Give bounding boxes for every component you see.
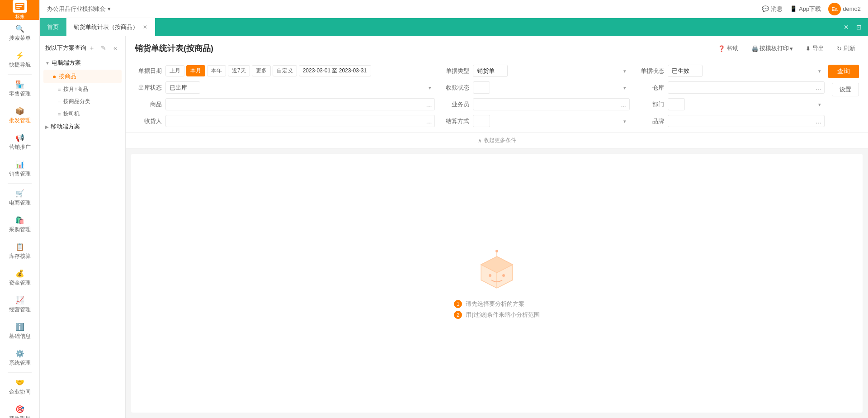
user-menu[interactable]: Ea demo2 [828, 3, 861, 15]
app-name: 标账 [15, 14, 24, 20]
scheme-item-by-cashier[interactable]: ≡ 按司机 [43, 108, 122, 120]
divider [8, 74, 31, 75]
left-panel-header: 按以下方案查询 + ✎ « [40, 40, 125, 56]
query-button[interactable]: 查询 [828, 65, 859, 78]
main-area: 办公用品行业模拟账套 ▾ 💬 消息 📱 App下载 Ea demo2 首页 销货… [40, 0, 868, 418]
tab-restore-btn[interactable]: ✕ [841, 22, 852, 33]
pc-scheme-group: ▼ 电脑端方案 ● 按商品 ≡ 按月+商品 ≡ 按商品分类 ≡ 按司机 [40, 56, 125, 120]
industry-selector[interactable]: 办公用品行业模拟账套 ▾ [47, 5, 111, 13]
mobile-scheme-header[interactable]: ▶ 移动端方案 [43, 120, 122, 133]
recipient-label: 收货人 [135, 117, 162, 125]
collapse-panel-btn[interactable]: « [111, 43, 120, 52]
collect-status-select-wrapper [473, 81, 630, 94]
filter-payment: 结算方式 [442, 115, 630, 127]
divider [8, 183, 31, 184]
svg-point-10 [495, 250, 498, 252]
page-content: 按以下方案查询 + ✎ « ▼ 电脑端方案 ● 按商品 ≡ 按月 [40, 36, 868, 418]
sidebar-item-newguide[interactable]: 🎯 新手引导 [0, 400, 39, 418]
right-panel: 销货单统计表(按商品) ❓ 帮助 🖨️ 按模板打印 ▾ ⬇ 导出 [126, 36, 868, 418]
sidebar-item-basic[interactable]: ℹ️ 基础信息 [0, 318, 39, 345]
export-icon: ⬇ [806, 45, 811, 52]
date-label: 单据日期 [135, 67, 162, 75]
sidebar-nav: 🔍 搜索菜单 ⚡ 快捷导航 🏪 零售管理 📦 批发管理 📢 营销推广 📊 销售管… [0, 20, 39, 418]
sidebar-item-operations[interactable]: 📈 经营管理 [0, 291, 39, 318]
app-logo[interactable]: 标账 [0, 0, 40, 20]
doc-status-select[interactable]: 已生效 [668, 65, 703, 77]
collect-status-select[interactable] [473, 81, 490, 94]
filter-doc-type: 单据类型 销货单 [442, 65, 630, 77]
date-btn-7days[interactable]: 近7天 [228, 65, 250, 76]
warehouse-input[interactable] [668, 81, 825, 94]
filter-row-4: 收货人 … 结算方式 [135, 115, 825, 127]
scheme-icon: ≡ [58, 111, 61, 117]
system-icon: ⚙️ [15, 349, 24, 358]
export-btn[interactable]: ⬇ 导出 [802, 43, 828, 54]
scheme-item-by-product[interactable]: ● 按商品 [43, 70, 122, 83]
app-download-btn[interactable]: 📱 App下载 [790, 5, 821, 13]
print-btn[interactable]: 🖨️ 按模板打印 ▾ [748, 43, 797, 54]
tab-close-btn[interactable]: ✕ [143, 24, 147, 30]
filter-row-3: 商品 … 业务员 … [135, 98, 825, 110]
scheme-item-by-category[interactable]: ≡ 按商品分类 [43, 95, 122, 108]
dept-select[interactable] [668, 98, 685, 110]
out-status-select[interactable]: 已出库 [165, 81, 200, 94]
sidebar-item-marketing[interactable]: 📢 营销推广 [0, 129, 39, 156]
salesperson-input[interactable] [473, 98, 630, 110]
recipient-dots-btn[interactable]: … [426, 118, 432, 125]
sidebar-item-retail[interactable]: 🏪 零售管理 [0, 76, 39, 102]
sidebar-item-quicknav[interactable]: ⚡ 快捷导航 [0, 47, 39, 73]
refresh-btn[interactable]: ↻ 刷新 [833, 43, 859, 54]
sidebar-item-inventory[interactable]: 📋 库存核算 [0, 238, 39, 265]
edit-scheme-btn[interactable]: ✎ [99, 43, 108, 52]
payment-select-wrapper [473, 115, 630, 127]
collapse-bar[interactable]: ∧ 收起更多条件 [126, 133, 868, 148]
tip-num-1: 1 [454, 300, 462, 308]
date-btn-more[interactable]: 更多 [252, 65, 271, 76]
payment-select[interactable] [473, 115, 490, 127]
sidebar-item-system[interactable]: ⚙️ 系统管理 [0, 345, 39, 371]
pc-group-label: 电脑端方案 [52, 59, 81, 67]
tab-maximize-btn[interactable]: ⊡ [854, 22, 864, 33]
scheme-item-by-month-product[interactable]: ≡ 按月+商品 [43, 83, 122, 95]
sidebar-item-label: 新手引导 [9, 415, 31, 418]
tab-home[interactable]: 首页 [40, 18, 66, 36]
sidebar-item-search[interactable]: 🔍 搜索菜单 [0, 20, 39, 47]
page-title-bar: 销货单统计表(按商品) ❓ 帮助 🖨️ 按模板打印 ▾ ⬇ 导出 [126, 36, 868, 59]
brand-input[interactable] [668, 115, 825, 127]
salesperson-dots-btn[interactable]: … [621, 101, 627, 108]
sidebar-item-purchase[interactable]: 🛍️ 采购管理 [0, 211, 39, 238]
left-panel-title: 按以下方案查询 [45, 44, 86, 52]
date-range-input[interactable]: 2023-03-01 至 2023-03-31 [299, 65, 371, 76]
add-scheme-btn[interactable]: + [87, 43, 96, 52]
sidebar-item-finance[interactable]: 💰 资金管理 [0, 265, 39, 291]
pc-scheme-header[interactable]: ▼ 电脑端方案 [43, 56, 122, 70]
filter-fields: 单据日期 上月 本月 本年 近7天 更多 自定义 [135, 65, 825, 127]
sidebar-item-ecommerce[interactable]: 🛒 电商管理 [0, 185, 39, 211]
product-input-wrapper: … [165, 98, 435, 110]
filter-row-1: 单据日期 上月 本月 本年 近7天 更多 自定义 [135, 65, 825, 77]
doc-type-select[interactable]: 销货单 [473, 65, 508, 77]
top-header: 办公用品行业模拟账套 ▾ 💬 消息 📱 App下载 Ea demo2 [40, 0, 868, 18]
filter-dept: 部门 [637, 98, 825, 110]
search-icon: 🔍 [15, 24, 24, 33]
help-btn[interactable]: ❓ 帮助 [714, 43, 742, 54]
brand-dots-btn[interactable]: … [816, 118, 822, 125]
date-btn-custom[interactable]: 自定义 [273, 65, 297, 76]
product-input[interactable] [165, 98, 435, 110]
payment-label: 结算方式 [442, 117, 469, 125]
date-btn-this-month[interactable]: 本月 [186, 65, 205, 76]
empty-state: 1 请先选择要分析的方案 2 用[过滤]条件来缩小分析范围 [131, 154, 863, 413]
warehouse-dots-btn[interactable]: … [816, 84, 822, 91]
date-btn-this-year[interactable]: 本年 [207, 65, 226, 76]
sidebar-item-sales[interactable]: 📊 销售管理 [0, 156, 39, 182]
date-btn-last-month[interactable]: 上月 [165, 65, 184, 76]
tab-stats[interactable]: 销货单统计表（按商品） ✕ [66, 18, 155, 36]
sidebar-item-wholesale[interactable]: 📦 批发管理 [0, 102, 39, 129]
industry-label: 办公用品行业模拟账套 [47, 5, 106, 13]
recipient-input[interactable] [165, 115, 435, 127]
message-btn[interactable]: 💬 消息 [762, 5, 783, 13]
product-dots-btn[interactable]: … [426, 101, 432, 108]
sidebar-item-enterprise[interactable]: 🤝 企业协同 [0, 374, 39, 400]
settings-button[interactable]: 设置 [832, 83, 859, 96]
filter-date: 单据日期 上月 本月 本年 近7天 更多 自定义 [135, 65, 435, 76]
